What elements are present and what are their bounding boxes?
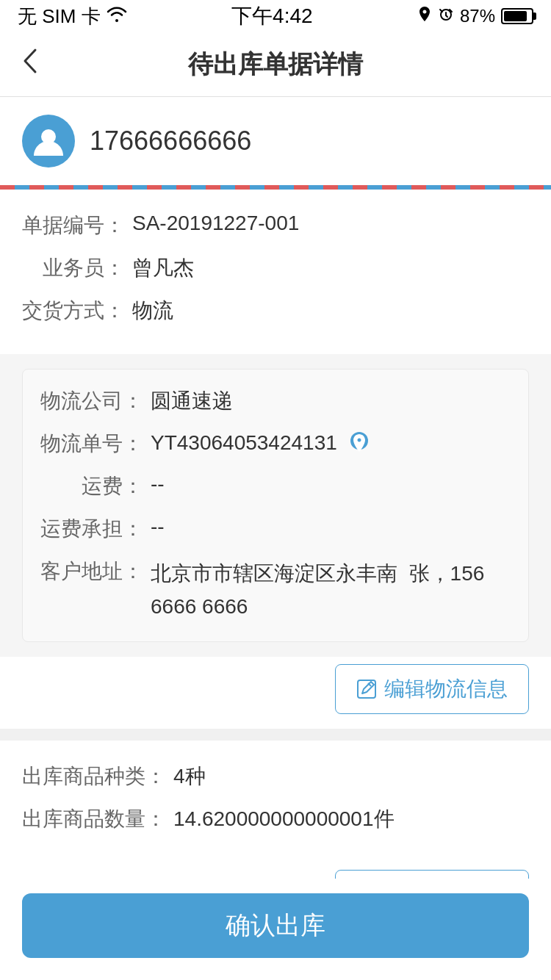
customer-address-label: 客户地址： bbox=[40, 558, 143, 586]
confirm-outbound-button[interactable]: 确认出库 bbox=[22, 893, 529, 958]
edit-btn-label: 编辑物流信息 bbox=[384, 675, 508, 703]
status-right: 87% bbox=[417, 6, 533, 26]
goods-quantity-label: 出库商品数量： bbox=[22, 805, 166, 833]
goods-quantity-value: 14.620000000000001件 bbox=[173, 805, 529, 833]
freight-value: -- bbox=[151, 472, 511, 496]
nav-bar: 待出库单据详情 bbox=[0, 32, 551, 97]
status-bar: 无 SIM 卡 下午4:42 bbox=[0, 0, 551, 32]
logistics-company-value: 圆通速递 bbox=[151, 387, 511, 415]
basic-info-section: 单据编号： SA-20191227-001 业务员： 曾凡杰 交货方式： 物流 bbox=[0, 190, 551, 354]
logistics-card: 物流公司： 圆通速递 物流单号： YT43064053424131 运费： --… bbox=[22, 369, 529, 642]
wifi-icon bbox=[107, 5, 127, 28]
page-title: 待出库单据详情 bbox=[188, 48, 363, 82]
user-header: 17666666666 bbox=[0, 97, 551, 185]
tracking-number-row: 物流单号： YT43064053424131 bbox=[40, 430, 511, 458]
tracking-number-value: YT43064053424131 bbox=[151, 430, 511, 456]
goods-types-value: 4种 bbox=[173, 763, 529, 790]
edit-btn-container: 编辑物流信息 bbox=[0, 657, 551, 729]
delivery-method-value: 物流 bbox=[132, 297, 529, 325]
delivery-method-row: 交货方式： 物流 bbox=[22, 297, 529, 325]
goods-quantity-row: 出库商品数量： 14.620000000000001件 bbox=[22, 805, 529, 833]
battery-percentage: 87% bbox=[460, 6, 495, 26]
document-number-value: SA-20191227-001 bbox=[132, 212, 529, 235]
carrier-text: 无 SIM 卡 bbox=[18, 4, 101, 29]
section-divider bbox=[0, 729, 551, 741]
location-status-icon bbox=[417, 6, 432, 26]
salesperson-label: 业务员： bbox=[22, 254, 125, 282]
freight-bearer-label: 运费承担： bbox=[40, 515, 143, 543]
customer-address-value: 北京市市辖区海淀区永丰南 张，156 6666 6666 bbox=[151, 558, 511, 624]
logistics-company-label: 物流公司： bbox=[40, 387, 143, 415]
status-time: 下午4:42 bbox=[231, 2, 313, 30]
battery-icon bbox=[501, 8, 533, 24]
customer-address-row: 客户地址： 北京市市辖区海淀区永丰南 张，156 6666 6666 bbox=[40, 558, 511, 624]
goods-types-label: 出库商品种类： bbox=[22, 763, 166, 790]
goods-types-row: 出库商品种类： 4种 bbox=[22, 763, 529, 790]
tracking-number-label: 物流单号： bbox=[40, 430, 143, 458]
confirm-section: 确认出库 bbox=[0, 879, 551, 980]
document-number-label: 单据编号： bbox=[22, 212, 125, 239]
confirm-btn-label: 确认出库 bbox=[226, 909, 325, 943]
edit-logistics-button[interactable]: 编辑物流信息 bbox=[335, 664, 529, 714]
salesperson-value: 曾凡杰 bbox=[132, 254, 529, 282]
status-left: 无 SIM 卡 bbox=[18, 4, 127, 29]
logistics-company-row: 物流公司： 圆通速递 bbox=[40, 387, 511, 415]
freight-label: 运费： bbox=[40, 472, 143, 500]
map-pin-icon[interactable] bbox=[346, 430, 372, 456]
goods-section: 出库商品种类： 4种 出库商品数量： 14.620000000000001件 bbox=[0, 741, 551, 862]
freight-row: 运费： -- bbox=[40, 472, 511, 500]
alarm-icon bbox=[438, 6, 454, 26]
edit-icon bbox=[356, 679, 377, 699]
delivery-method-label: 交货方式： bbox=[22, 297, 125, 325]
user-phone: 17666666666 bbox=[90, 126, 251, 156]
back-button[interactable] bbox=[22, 48, 38, 81]
document-number-row: 单据编号： SA-20191227-001 bbox=[22, 212, 529, 239]
salesperson-row: 业务员： 曾凡杰 bbox=[22, 254, 529, 282]
avatar bbox=[22, 115, 75, 167]
freight-bearer-row: 运费承担： -- bbox=[40, 515, 511, 543]
freight-bearer-value: -- bbox=[151, 515, 511, 538]
